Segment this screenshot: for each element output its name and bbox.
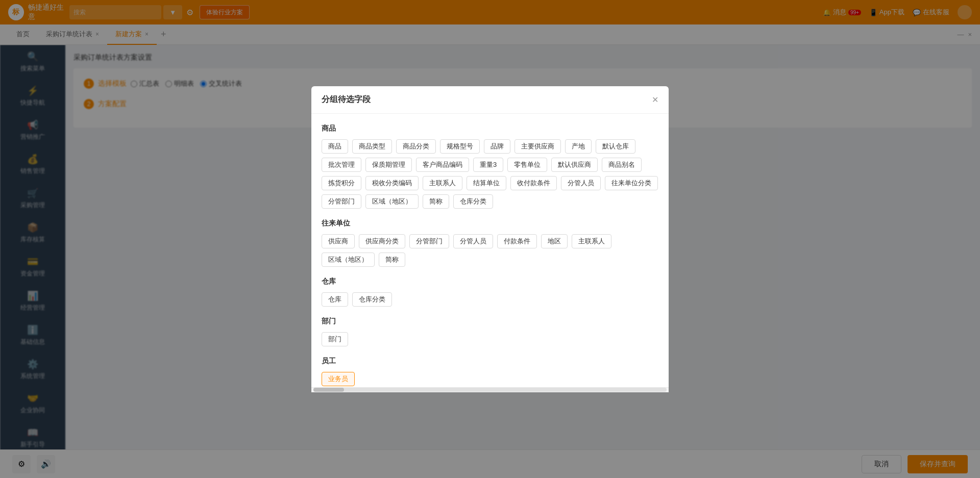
- modal-header: 分组待选字段 ✕: [311, 86, 669, 114]
- field-tag-0-2[interactable]: 商品分类: [396, 139, 436, 154]
- field-tag-0-10[interactable]: 客户商品编码: [416, 158, 469, 172]
- field-tag-1-2[interactable]: 分管部门: [409, 234, 449, 248]
- field-tag-0-12[interactable]: 零售单位: [507, 158, 547, 172]
- field-tag-1-1[interactable]: 供应商分类: [359, 234, 405, 248]
- field-tag-0-9[interactable]: 保质期管理: [365, 158, 412, 172]
- modal-overlay[interactable]: 分组待选字段 ✕ 商品商品商品类型商品分类规格型号品牌主要供应商产地默认仓库批次…: [0, 0, 980, 478]
- field-tag-1-6[interactable]: 主联系人: [572, 234, 611, 248]
- field-tag-0-14[interactable]: 商品别名: [602, 158, 642, 172]
- modal-hscroll[interactable]: [311, 387, 669, 392]
- field-tags-2: 仓库仓库分类: [322, 292, 658, 307]
- field-tag-0-20[interactable]: 分管人员: [561, 176, 601, 190]
- field-tag-0-8[interactable]: 批次管理: [322, 158, 361, 172]
- field-tag-0-23[interactable]: 区域（地区）: [365, 194, 419, 209]
- field-tag-0-6[interactable]: 产地: [565, 139, 592, 154]
- field-tags-4: 业务员: [322, 372, 658, 386]
- field-tag-1-5[interactable]: 地区: [541, 234, 568, 248]
- field-tag-0-3[interactable]: 规格型号: [440, 139, 480, 154]
- hscroll-thumb: [313, 388, 344, 392]
- field-tag-0-22[interactable]: 分管部门: [322, 194, 361, 209]
- field-tag-1-8[interactable]: 简称: [379, 253, 405, 267]
- field-tag-0-25[interactable]: 仓库分类: [453, 194, 493, 209]
- field-tag-4-0[interactable]: 业务员: [322, 372, 355, 386]
- modal-title: 分组待选字段: [322, 94, 371, 105]
- field-section-3: 部门部门: [322, 317, 658, 346]
- field-tag-0-5[interactable]: 主要供应商: [514, 139, 561, 154]
- field-tag-0-21[interactable]: 往来单位分类: [605, 176, 658, 190]
- field-tag-0-7[interactable]: 默认仓库: [596, 139, 635, 154]
- field-tag-0-11[interactable]: 重量3: [473, 158, 503, 172]
- field-section-4: 员工业务员: [322, 357, 658, 386]
- field-tag-0-24[interactable]: 简称: [423, 194, 449, 209]
- field-section-0: 商品商品商品类型商品分类规格型号品牌主要供应商产地默认仓库批次管理保质期管理客户…: [322, 124, 658, 209]
- field-section-2: 仓库仓库仓库分类: [322, 277, 658, 307]
- field-section-title-2: 仓库: [322, 277, 658, 286]
- modal-body[interactable]: 商品商品商品类型商品分类规格型号品牌主要供应商产地默认仓库批次管理保质期管理客户…: [311, 114, 669, 387]
- field-section-title-0: 商品: [322, 124, 658, 133]
- field-tag-1-7[interactable]: 区域（地区）: [322, 253, 375, 267]
- field-tag-1-3[interactable]: 分管人员: [453, 234, 493, 248]
- field-tag-0-15[interactable]: 拣货积分: [322, 176, 361, 190]
- field-tag-0-4[interactable]: 品牌: [484, 139, 510, 154]
- field-tag-0-18[interactable]: 结算单位: [467, 176, 506, 190]
- field-tag-1-0[interactable]: 供应商: [322, 234, 355, 248]
- field-tag-0-17[interactable]: 主联系人: [423, 176, 462, 190]
- modal: 分组待选字段 ✕ 商品商品商品类型商品分类规格型号品牌主要供应商产地默认仓库批次…: [311, 86, 669, 392]
- field-tag-1-4[interactable]: 付款条件: [497, 234, 537, 248]
- field-tag-0-0[interactable]: 商品: [322, 139, 348, 154]
- field-tag-2-1[interactable]: 仓库分类: [352, 292, 392, 307]
- field-tags-0: 商品商品类型商品分类规格型号品牌主要供应商产地默认仓库批次管理保质期管理客户商品…: [322, 139, 658, 209]
- field-tag-0-1[interactable]: 商品类型: [352, 139, 392, 154]
- field-tags-3: 部门: [322, 332, 658, 346]
- field-tag-0-16[interactable]: 税收分类编码: [365, 176, 419, 190]
- field-tags-1: 供应商供应商分类分管部门分管人员付款条件地区主联系人区域（地区）简称: [322, 234, 658, 267]
- field-tag-0-19[interactable]: 收付款条件: [510, 176, 557, 190]
- field-section-1: 往来单位供应商供应商分类分管部门分管人员付款条件地区主联系人区域（地区）简称: [322, 219, 658, 267]
- field-tag-3-0[interactable]: 部门: [322, 332, 348, 346]
- field-tag-0-13[interactable]: 默认供应商: [551, 158, 598, 172]
- field-tag-2-0[interactable]: 仓库: [322, 292, 348, 307]
- field-section-title-4: 员工: [322, 357, 658, 366]
- modal-close-button[interactable]: ✕: [652, 95, 658, 105]
- field-section-title-3: 部门: [322, 317, 658, 326]
- field-section-title-1: 往来单位: [322, 219, 658, 228]
- hscroll-track: [313, 388, 667, 392]
